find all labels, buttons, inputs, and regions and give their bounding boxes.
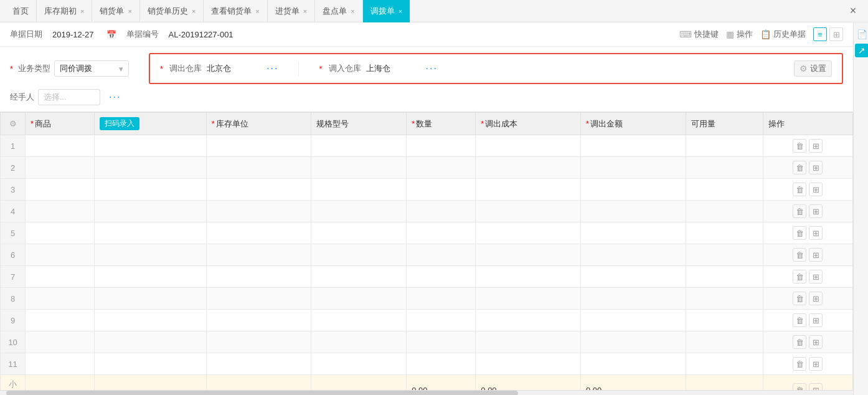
cell-spec[interactable] [311, 244, 407, 266]
cell-spec[interactable] [311, 288, 407, 310]
warehouse-out-more[interactable]: ··· [267, 63, 278, 74]
cell-spec[interactable] [311, 310, 407, 331]
cell-available[interactable] [686, 201, 763, 222]
tab-close-transfer[interactable]: × [399, 7, 402, 15]
cell-available[interactable] [686, 135, 763, 157]
window-close-button[interactable]: × [843, 1, 863, 21]
scan-button[interactable]: 扫码录入 [100, 117, 139, 130]
shortcut-action[interactable]: ⌨ 快捷键 [679, 29, 719, 40]
cell-unit[interactable] [206, 266, 311, 288]
delete-row-icon[interactable]: 🗑 [793, 139, 806, 153]
cell-amount[interactable] [580, 266, 686, 288]
copy-row-icon[interactable]: ⊞ [809, 139, 823, 153]
list-view-icon[interactable]: ≡ [813, 27, 827, 41]
cell-spec[interactable] [311, 135, 407, 157]
cell-available[interactable] [686, 310, 763, 331]
cell-unit[interactable] [206, 157, 311, 179]
cell-unit[interactable] [206, 222, 311, 244]
cell-available[interactable] [686, 331, 763, 353]
warehouse-settings-btn[interactable]: ⚙ 设置 [794, 60, 832, 77]
cell-product[interactable] [26, 353, 95, 375]
cell-cost[interactable] [476, 201, 581, 222]
cell-qty[interactable] [407, 331, 476, 353]
copy-row-icon[interactable]: ⊞ [809, 248, 823, 262]
column-settings-icon[interactable]: ⚙ [6, 119, 20, 128]
cell-product[interactable] [26, 201, 95, 222]
tab-inventory-init[interactable]: 库存期初 × [37, 0, 92, 22]
cell-amount[interactable] [580, 179, 686, 201]
cell-available[interactable] [686, 288, 763, 310]
tab-close-sales-order[interactable]: × [128, 7, 131, 15]
delete-row-icon[interactable]: 🗑 [793, 204, 806, 218]
cell-product[interactable] [26, 310, 95, 331]
cell-qty[interactable] [407, 179, 476, 201]
cell-available[interactable] [686, 266, 763, 288]
subtotal-copy-icon[interactable]: ⊞ [809, 383, 823, 390]
cell-product[interactable] [26, 157, 95, 179]
grid-view-icon[interactable]: ⊞ [829, 27, 843, 41]
cell-product[interactable] [26, 222, 95, 244]
cell-cost[interactable] [476, 353, 581, 375]
tab-close-stocktake[interactable]: × [351, 7, 354, 15]
cell-amount[interactable] [580, 201, 686, 222]
copy-row-icon[interactable]: ⊞ [809, 161, 823, 174]
sidebar-doc-icon[interactable]: 📄 [855, 27, 868, 41]
tab-transfer[interactable]: 调拨单 × [363, 0, 410, 22]
cell-qty[interactable] [407, 353, 476, 375]
tab-close-view-sales[interactable]: × [255, 7, 259, 15]
cell-amount[interactable] [580, 244, 686, 266]
copy-row-icon[interactable]: ⊞ [809, 335, 823, 349]
cell-cost[interactable] [476, 157, 581, 179]
cell-spec[interactable] [311, 266, 407, 288]
cell-spec[interactable] [311, 157, 407, 179]
delete-row-icon[interactable]: 🗑 [793, 270, 806, 283]
cell-available[interactable] [686, 179, 763, 201]
business-type-select[interactable]: 同价调拨 ▾ [54, 60, 129, 77]
cell-spec[interactable] [311, 201, 407, 222]
tab-view-sales[interactable]: 查看销货单 × [204, 0, 267, 22]
cell-cost[interactable] [476, 179, 581, 201]
cell-amount[interactable] [580, 353, 686, 375]
cell-product[interactable] [26, 244, 95, 266]
cell-cost[interactable] [476, 288, 581, 310]
scrollbar-thumb[interactable] [6, 391, 518, 395]
cell-cost[interactable] [476, 135, 581, 157]
cell-product[interactable] [26, 266, 95, 288]
person-more[interactable]: ··· [109, 92, 121, 103]
delete-row-icon[interactable]: 🗑 [793, 335, 806, 349]
cell-unit[interactable] [206, 244, 311, 266]
cell-amount[interactable] [580, 310, 686, 331]
tab-stocktake[interactable]: 盘点单 × [315, 0, 362, 22]
cell-available[interactable] [686, 244, 763, 266]
cell-product[interactable] [26, 331, 95, 353]
cell-available[interactable] [686, 353, 763, 375]
cell-unit[interactable] [206, 135, 311, 157]
cell-available[interactable] [686, 222, 763, 244]
cell-cost[interactable] [476, 266, 581, 288]
cell-available[interactable] [686, 157, 763, 179]
tab-sales-order[interactable]: 销货单 × [92, 0, 139, 22]
cell-unit[interactable] [206, 179, 311, 201]
tab-home[interactable]: 首页 [5, 0, 37, 22]
operation-action[interactable]: ▦ 操作 [726, 29, 753, 40]
cell-amount[interactable] [580, 157, 686, 179]
cell-unit[interactable] [206, 310, 311, 331]
tab-purchase[interactable]: 进货单 × [268, 0, 315, 22]
copy-row-icon[interactable]: ⊞ [809, 226, 823, 240]
cell-spec[interactable] [311, 222, 407, 244]
tab-sales-history[interactable]: 销货单历史 × [140, 0, 204, 22]
copy-row-icon[interactable]: ⊞ [809, 183, 823, 196]
cell-amount[interactable] [580, 288, 686, 310]
tab-close-purchase[interactable]: × [303, 7, 307, 15]
delete-row-icon[interactable]: 🗑 [793, 292, 806, 305]
person-select[interactable]: 选择... [38, 89, 100, 105]
copy-row-icon[interactable]: ⊞ [809, 270, 823, 283]
cell-unit[interactable] [206, 331, 311, 353]
tab-close-sales-history[interactable]: × [192, 7, 196, 15]
delete-row-icon[interactable]: 🗑 [793, 357, 806, 371]
cell-qty[interactable] [407, 244, 476, 266]
cell-qty[interactable] [407, 288, 476, 310]
cell-spec[interactable] [311, 331, 407, 353]
history-action[interactable]: 📋 历史单据 [760, 29, 806, 40]
sidebar-export-icon[interactable]: ↗ [855, 44, 868, 57]
